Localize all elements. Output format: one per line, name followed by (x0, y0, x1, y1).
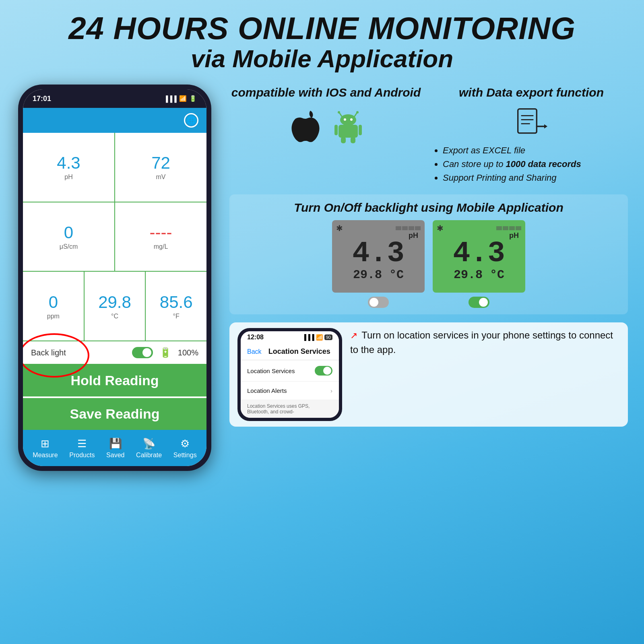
backlight-toggle[interactable] (132, 347, 153, 358)
loc-time: 12:08 (247, 334, 264, 341)
mgl-unit: mg/L (154, 243, 168, 250)
ppm-cell: 0 ppm (23, 272, 85, 341)
toggle-off[interactable] (368, 297, 389, 308)
ph-value: 4.3 (57, 153, 80, 173)
lcd-battery-on (496, 226, 521, 230)
loc-page-title: Location Services (266, 347, 332, 356)
backlight-label: Back light (31, 348, 126, 357)
loc-row-alerts: Location Alerts › (241, 382, 339, 400)
nav-saved[interactable]: 💾 Saved (106, 438, 124, 459)
android-icon (332, 109, 364, 147)
svg-rect-9 (359, 125, 362, 135)
loc-services-toggle[interactable] (315, 366, 332, 376)
loc-header: Back Location Services (241, 343, 339, 360)
app-header: 🌐 (23, 108, 206, 133)
measure-row-1: 4.3 pH 72 mV (23, 133, 206, 202)
loc-note: Location Services uses GPS, Bluetooth, a… (241, 400, 339, 418)
fahrenheit-value: 85.6 (160, 293, 193, 312)
calibrate-icon: 📡 (142, 438, 155, 450)
export-bullet-3: Support Printing and Sharing (443, 173, 628, 183)
bottom-nav: ⊞ Measure ☰ Products 💾 Saved 📡 Calibrate (23, 430, 206, 466)
svg-rect-7 (339, 125, 358, 138)
ppm-unit: ppm (47, 313, 60, 320)
data-export-section: with Data export function Export as EXC (435, 85, 628, 186)
products-icon: ☰ (77, 438, 87, 450)
phone-notch (83, 89, 147, 104)
export-title: with Data export function (435, 85, 628, 100)
mv-unit: mV (156, 173, 166, 181)
nav-calibrate[interactable]: 📡 Calibrate (136, 438, 162, 459)
phone-section: 17:01 ▐▐▐ 📶 🔋 🌐 (16, 85, 213, 632)
status-time: 17:01 (33, 95, 51, 103)
svg-rect-11 (351, 137, 355, 143)
loc-battery-badge: 90 (324, 334, 332, 340)
phone-inner: 17:01 ▐▐▐ 📶 🔋 🌐 (23, 89, 206, 466)
fahrenheit-unit: °F (173, 313, 180, 320)
svg-rect-8 (334, 125, 338, 135)
nav-saved-label: Saved (106, 452, 124, 459)
header-title: 24 HOURS ONLINE MONITORING (8, 12, 636, 45)
uscm-cell: 0 μS/cm (23, 202, 115, 271)
lcd-on-screen: ✱ pH 4.3 29.8 °C (433, 220, 525, 293)
settings-icon: ⚙ (180, 438, 190, 450)
celsius-cell: 29.8 °C (85, 272, 146, 341)
red-arrow-icon: ↗ (350, 329, 357, 342)
ph-unit: pH (64, 173, 72, 181)
backlight-section: Turn On/Off backlight using Mobile Appli… (229, 194, 628, 314)
uscm-value: 0 (64, 223, 73, 242)
globe-icon[interactable]: 🌐 (184, 113, 198, 128)
apple-icon (288, 107, 320, 149)
backlight-section-title: Turn On/Off backlight using Mobile Appli… (237, 201, 620, 215)
export-bullet-2: Can store up to 1000 data records (443, 159, 628, 169)
lcd-off-screen: ✱ pH 4.3 29.8 °C (332, 220, 425, 293)
header-subtitle: via Mobile Application (8, 45, 636, 72)
hold-reading-button[interactable]: Hold Reading (23, 365, 206, 396)
loc-phone-inner: 12:08 ▐▐▐ 📶 90 Back Location Services Lo… (241, 331, 339, 418)
os-icons (229, 107, 423, 149)
header: 24 HOURS ONLINE MONITORING via Mobile Ap… (0, 0, 644, 76)
svg-point-3 (356, 111, 359, 114)
location-description: ↗ Turn on location services in your phon… (350, 328, 620, 357)
ph-cell: 4.3 pH (23, 133, 115, 202)
loc-alerts-label: Location Alerts (247, 387, 287, 394)
main-content: 17:01 ▐▐▐ 📶 🔋 🌐 (0, 76, 644, 632)
bt-icon-off: ✱ (336, 223, 343, 233)
nav-measure[interactable]: ⊞ Measure (33, 438, 58, 459)
save-reading-button[interactable]: Save Reading (23, 398, 206, 430)
lcd-battery-off (396, 226, 421, 230)
backlight-displays: ✱ pH 4.3 29.8 °C (237, 220, 620, 308)
compat-section: compatible with IOS and Android (229, 85, 423, 149)
location-description-text: ↗ Turn on location services in your phon… (350, 328, 620, 357)
battery-percentage: 100% (178, 348, 198, 357)
uscm-unit: μS/cm (60, 243, 78, 250)
loc-status-icons: ▐▐▐ 📶 90 (302, 334, 332, 341)
loc-back-button[interactable]: Back (247, 348, 262, 355)
compat-title: compatible with IOS and Android (229, 85, 423, 100)
display-on: ✱ pH 4.3 29.8 °C (433, 220, 525, 308)
loc-alerts-arrow: › (330, 387, 332, 394)
status-icons: ▐▐▐ 📶 🔋 (164, 95, 197, 102)
nav-settings[interactable]: ⚙ Settings (173, 438, 197, 459)
loc-services-label: Location Services (247, 367, 295, 374)
celsius-value: 29.8 (98, 293, 131, 312)
celsius-unit: °C (111, 313, 118, 320)
phone-outer: 17:01 ▐▐▐ 📶 🔋 🌐 (18, 85, 211, 471)
measure-icon: ⊞ (41, 438, 50, 450)
nav-products[interactable]: ☰ Products (69, 438, 95, 459)
export-bullets: Export as EXCEL file Can store up to 100… (435, 145, 628, 183)
nav-products-label: Products (69, 452, 95, 459)
mgl-cell: ---- mg/L (115, 202, 206, 271)
loc-wifi-icon: 📶 (316, 334, 323, 341)
svg-rect-10 (341, 137, 346, 143)
battery-status-icon: 🔋 (189, 95, 197, 102)
location-phone: 12:08 ▐▐▐ 📶 90 Back Location Services Lo… (237, 328, 342, 421)
toggle-on[interactable] (469, 297, 489, 308)
svg-marker-17 (544, 124, 547, 129)
mgl-value: ---- (150, 223, 172, 242)
measurements-grid: 4.3 pH 72 mV 0 μS/cm (23, 133, 206, 341)
location-section: 12:08 ▐▐▐ 📶 90 Back Location Services Lo… (229, 322, 628, 427)
svg-point-6 (350, 118, 353, 121)
measure-row-3: 0 ppm 29.8 °C 85.6 °F (23, 272, 206, 341)
nav-calibrate-label: Calibrate (136, 452, 162, 459)
ppm-value: 0 (49, 293, 58, 312)
